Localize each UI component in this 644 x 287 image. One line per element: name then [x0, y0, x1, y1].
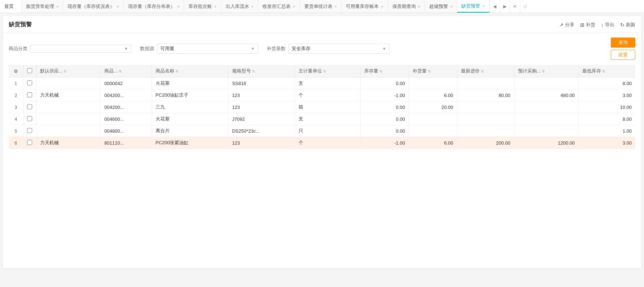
replenish-button[interactable]: ⊞ 补货 — [580, 22, 595, 28]
datasource-select-value: 可用量 — [160, 45, 174, 52]
row-checkbox[interactable] — [27, 104, 32, 109]
tab-close-inout-flow[interactable]: × — [251, 4, 253, 9]
row-checkbox[interactable] — [27, 128, 32, 133]
row-min-stock-cell: 3.00 — [579, 137, 635, 149]
col-min-stock-sort[interactable]: 最低库存 ⇅ — [582, 68, 632, 74]
share-button[interactable]: ↗ 分享 — [559, 22, 574, 28]
row-supplier-cell — [36, 78, 101, 89]
col-unit-sort[interactable]: 主计量单位 ⇅ — [299, 68, 357, 74]
row-unit-cell: 个 — [295, 137, 361, 149]
row-replenish-cell — [409, 78, 457, 89]
category-filter-group: 商品分类 ▼ — [9, 45, 131, 53]
tab-close-demand-stats[interactable]: × — [335, 4, 337, 9]
row-estimated-purchase-cell — [514, 101, 579, 113]
tab-inventory-dist[interactable]: 现存量（库存分布表） × — [124, 0, 184, 13]
row-stock-cell: 0.00 — [361, 101, 409, 113]
tab-close-shortage[interactable]: × — [482, 4, 484, 8]
row-checkbox[interactable] — [27, 140, 32, 145]
tab-demand-stats[interactable]: 要货单统计表 × — [300, 0, 341, 13]
estimated-purchase-sort-icon: ⇅ — [542, 69, 545, 73]
row-replenish-cell — [409, 113, 457, 125]
row-checkbox[interactable] — [27, 80, 32, 85]
tab-close-available-ledger[interactable]: × — [381, 4, 383, 9]
tab-close-overstock[interactable]: × — [450, 4, 452, 9]
col-estimated-purchase-sort[interactable]: 预计采购... ⇅ — [518, 68, 575, 74]
datasource-select[interactable]: 可用量 ▼ — [157, 44, 258, 54]
col-spec-sort[interactable]: 规格型号 ⇅ — [232, 68, 291, 74]
row-unit-cell: 支 — [295, 113, 361, 125]
tab-shortage[interactable]: 缺货预警 × — [457, 0, 489, 13]
category-dropdown-icon: ▼ — [124, 47, 128, 51]
row-checkbox-cell — [23, 101, 36, 113]
refresh-button[interactable]: ↻ 刷新 — [620, 22, 635, 28]
filter-area: 商品分类 ▼ 数据源 可用量 ▼ 补货基数 安全库存 ▼ 查询 设置 — [3, 32, 641, 65]
row-stock-cell: 0.00 — [361, 78, 409, 89]
row-code-cell: 801110... — [101, 137, 152, 149]
row-checkbox[interactable] — [27, 92, 32, 97]
tab-close-all-button[interactable]: ✕ — [510, 0, 520, 13]
table-row[interactable]: 1 0000042 火花塞 SS816 支 0.00 8.00 — [9, 78, 635, 89]
row-name-cell: PC200张紧油缸 — [152, 137, 228, 149]
page-title: 缺货预警 — [9, 21, 32, 28]
tab-home[interactable]: 首页 — [0, 0, 22, 13]
row-checkbox-cell — [23, 137, 36, 149]
row-unit-cell: 只 — [295, 125, 361, 137]
tab-close-batch-account[interactable]: × — [214, 4, 216, 9]
row-checkbox[interactable] — [27, 116, 32, 121]
table-body: 1 0000042 火花塞 SS816 支 0.00 8.00 2 力天机械 0… — [9, 78, 635, 149]
export-button[interactable]: ↓ 导出 — [601, 22, 614, 28]
settings-button[interactable]: 设置 — [611, 50, 635, 60]
row-unit-cell: 支 — [295, 78, 361, 89]
col-latest-price-sort[interactable]: 最新进价 ⇅ — [461, 68, 510, 74]
col-replenish-sort[interactable]: 补货量 ⇅ — [413, 68, 453, 74]
tab-close-inventory-status[interactable]: × — [117, 4, 119, 9]
tab-close-inventory-dist[interactable]: × — [177, 4, 179, 9]
row-spec-cell: SS816 — [228, 78, 295, 89]
row-code-cell: 004600... — [101, 113, 152, 125]
replenish-base-filter-group: 补货基数 安全库存 ▼ — [267, 44, 390, 54]
table-row[interactable]: 4 004600... 火花塞 J7092 支 0.00 8.00 — [9, 113, 635, 125]
refresh-icon: ↻ — [620, 22, 625, 28]
tab-inventory-status[interactable]: 现存量（库存状况表） × — [63, 0, 123, 13]
replenish-base-dropdown-icon: ▼ — [382, 47, 386, 51]
table-row[interactable]: 6 力天机械 801110... PC200张紧油缸 123 个 -1.00 6… — [9, 137, 635, 149]
table-row[interactable]: 3 004200... 三九 123 箱 0.00 20.00 10.00 — [9, 101, 635, 113]
tab-available-ledger[interactable]: 可用量库存账本 × — [341, 0, 388, 13]
tab-close-abnormal[interactable]: × — [56, 4, 58, 9]
select-all-checkbox[interactable] — [27, 68, 32, 73]
row-estimated-purchase-cell — [514, 113, 579, 125]
row-num-cell: 1 — [9, 78, 23, 89]
tab-close-expiry-query[interactable]: × — [418, 4, 420, 9]
tab-prev-button[interactable]: ◀ — [489, 0, 500, 13]
row-name-cell: PC200油缸庄子 — [152, 89, 228, 101]
row-unit-cell: 箱 — [295, 101, 361, 113]
table-row[interactable]: 2 力天机械 004200... PC200油缸庄子 123 个 -1.00 6… — [9, 89, 635, 101]
row-estimated-purchase-cell: 1200.00 — [514, 137, 579, 149]
gear-icon[interactable]: ⚙ — [14, 69, 18, 74]
tab-next-button[interactable]: ▶ — [500, 0, 510, 13]
tab-batch-account[interactable]: 库存批次账 × — [184, 0, 221, 13]
table-row[interactable]: 5 004800... 离合片 DS250*23c... 只 0.00 1.00 — [9, 125, 635, 137]
tab-abnormal[interactable]: 炼货异常处理 × — [22, 0, 63, 13]
row-replenish-cell: 6.00 — [409, 89, 457, 101]
tab-overstock[interactable]: 超储预警 × — [425, 0, 457, 13]
tab-maximize-button[interactable]: □ — [520, 0, 530, 13]
tab-expiry-query[interactable]: 保质期查询 × — [388, 0, 425, 13]
col-name-sort[interactable]: 商品名称 ⇅ — [156, 68, 225, 74]
page-content: 缺货预警 ↗ 分享 ⊞ 补货 ↓ 导出 ↻ 刷新 商品分类 — [3, 16, 641, 268]
col-stock-sort[interactable]: 库存量 ⇅ — [364, 68, 405, 74]
col-code-sort[interactable]: 商品... ⇅ — [104, 68, 148, 74]
col-unit: 主计量单位 ⇅ — [295, 65, 361, 78]
replenish-base-select[interactable]: 安全库存 ▼ — [288, 44, 390, 54]
supplier-sort-icon: ⇅ — [64, 69, 66, 73]
tab-close-receive-summary[interactable]: × — [293, 4, 295, 9]
row-stock-cell: 0.00 — [361, 113, 409, 125]
row-num-cell: 6 — [9, 137, 23, 149]
category-select[interactable]: ▼ — [30, 45, 131, 53]
col-supplier-sort[interactable]: 默认供应... ⇅ — [40, 68, 97, 74]
row-name-cell: 离合片 — [152, 125, 228, 137]
tab-receive-summary[interactable]: 收发存汇总表 × — [258, 0, 300, 13]
row-code-cell: 004800... — [101, 125, 152, 137]
tab-inout-flow[interactable]: 出入库流水 × — [221, 0, 258, 13]
query-button[interactable]: 查询 — [611, 37, 635, 48]
